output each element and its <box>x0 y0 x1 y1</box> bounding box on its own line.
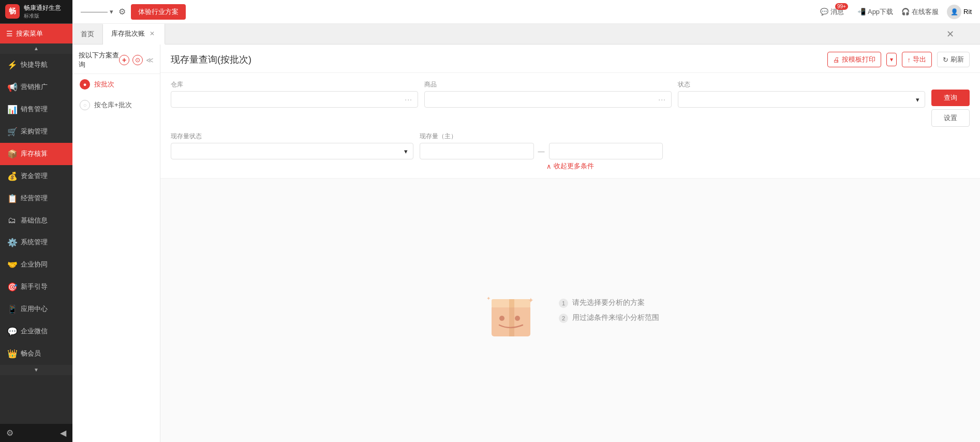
quick-nav-icon: ⚡ <box>7 60 17 70</box>
user-menu[interactable]: 👤 Rit <box>947 5 972 19</box>
plan-item-by-warehouse-batch[interactable]: ○ 按仓库+批次 <box>72 95 160 115</box>
plan-inactive-icon: ○ <box>80 100 90 110</box>
app-download-button[interactable]: 📲 App下载 <box>857 7 893 17</box>
empty-tip-1: 1 请先选择要分析的方案 <box>559 298 659 308</box>
tab-inventory-batch[interactable]: 库存批次账 ✕ <box>103 24 165 45</box>
plan-settings-button[interactable]: ⊙ <box>132 55 143 65</box>
print-dropdown-button[interactable]: ▾ <box>886 53 897 66</box>
left-panel: 按以下方案查询 + ⊙ ≪ ● 按批次 ○ 按仓库+批次 <box>72 45 160 442</box>
product-label: 商品 <box>424 80 672 89</box>
sidebar-item-system[interactable]: ⚙️ 系统管理 <box>0 231 72 254</box>
sidebar-item-member[interactable]: 👑 畅会员 <box>0 343 72 365</box>
footer-settings-icon[interactable]: ⚙ <box>6 428 13 438</box>
footer-collapse-icon[interactable]: ◀ <box>60 428 66 438</box>
warehouse-dots: ··· <box>405 95 412 104</box>
right-content: 现存量查询(按批次) 🖨 按模板打印 ▾ ↑ 导出 ↻ 刷新 <box>160 45 980 442</box>
sidebar-item-basic[interactable]: 🗂 基础信息 <box>0 210 72 231</box>
add-plan-button[interactable]: + <box>119 55 129 65</box>
trial-button[interactable]: 体验行业方案 <box>131 4 186 20</box>
tab-bar-close-icon[interactable]: ✕ <box>946 28 954 40</box>
main-area: ———— ▾ ⚙ 体验行业方案 💬 消息 99+ 📲 App下载 🎧 在线客服 <box>72 0 980 442</box>
print-button[interactable]: 🖨 按模板打印 <box>827 52 881 67</box>
newbie-icon: 🎯 <box>7 282 17 292</box>
stock-qty-max-input[interactable] <box>549 143 663 159</box>
filter-action-buttons: 查询 设置 <box>931 90 970 127</box>
chevron-down-icon: ▾ <box>916 96 919 104</box>
member-icon: 👑 <box>7 349 17 359</box>
svg-rect-3 <box>509 299 514 307</box>
warehouse-field: 仓库 ··· <box>171 80 418 108</box>
topbar-settings-icon[interactable]: ⚙ <box>118 7 126 17</box>
svg-point-5 <box>515 316 520 321</box>
tab-bar: 首页 库存批次账 ✕ ✕ <box>72 24 980 45</box>
tab-close-icon[interactable]: ✕ <box>148 30 156 38</box>
plan-item-by-batch[interactable]: ● 按批次 <box>72 74 160 95</box>
collapse-panel-icon[interactable]: ≪ <box>146 56 154 64</box>
svg-text:✦: ✦ <box>528 296 534 304</box>
empty-box-svg: ✦ ✦ <box>481 279 543 342</box>
service-icon: 🎧 <box>901 8 910 16</box>
collapse-filters-button[interactable]: ∧ 收起更多条件 <box>171 159 970 171</box>
messages-badge: 99+ <box>835 3 848 10</box>
stock-qty-field: 现存量（主） — <box>420 132 662 159</box>
left-panel-actions: + ⊙ ≪ <box>119 55 154 65</box>
left-panel-header: 按以下方案查询 + ⊙ ≪ <box>72 45 160 74</box>
stock-qty-min-input[interactable] <box>420 143 533 159</box>
sidebar-scroll-down[interactable]: ▼ <box>0 365 72 375</box>
search-menu-button[interactable]: ☰ 搜索菜单 <box>0 24 72 43</box>
sidebar-item-operations[interactable]: 📋 经营管理 <box>0 187 72 210</box>
system-icon: ⚙️ <box>7 238 17 247</box>
chevron-up-icon: ∧ <box>546 163 552 170</box>
inventory-icon: 📦 <box>7 149 17 159</box>
chevron-down-icon: ▾ <box>404 148 408 155</box>
empty-illustration: ✦ ✦ <box>481 279 543 342</box>
sidebar-item-purchase[interactable]: 🛒 采购管理 <box>0 121 72 143</box>
tab-home[interactable]: 首页 <box>72 24 103 44</box>
tip-number-2: 2 <box>559 314 568 323</box>
refresh-icon: ↻ <box>943 56 948 64</box>
app-center-icon: 📱 <box>7 304 17 314</box>
page-title: 现存量查询(按批次) <box>171 53 251 66</box>
page-header-actions: 🖨 按模板打印 ▾ ↑ 导出 ↻ 刷新 <box>827 52 970 67</box>
user-icon: 👤 <box>951 8 958 16</box>
print-icon: 🖨 <box>833 56 840 64</box>
sales-icon: 📊 <box>7 105 17 114</box>
sidebar-item-enterprise-wechat[interactable]: 💬 企业微信 <box>0 320 72 343</box>
export-icon: ↑ <box>908 56 911 64</box>
sidebar-item-finance[interactable]: 💰 资金管理 <box>0 165 72 187</box>
chevron-down-icon: ▾ <box>110 8 113 16</box>
stock-status-select[interactable]: ▾ <box>171 143 413 159</box>
sidebar-item-newbie[interactable]: 🎯 新手引导 <box>0 276 72 298</box>
empty-state: ✦ ✦ 1 请先选择要分析的方案 2 用过滤条件来缩小分析范围 <box>160 179 980 442</box>
topbar-right: 💬 消息 99+ 📲 App下载 🎧 在线客服 👤 Rit <box>820 5 972 19</box>
enterprise-icon: 🤝 <box>7 260 17 270</box>
sidebar: 畅 畅康通好生意 标准版 ☰ 搜索菜单 ▲ ⚡ 快捷导航 📢 营销推广 📊 销售… <box>0 0 72 442</box>
app-logo: 畅 <box>5 4 20 19</box>
product-field: 商品 ··· <box>424 80 672 108</box>
sidebar-item-app-center[interactable]: 📱 应用中心 <box>0 298 72 320</box>
messages-button[interactable]: 💬 消息 99+ <box>820 7 844 17</box>
filter-row-2: 现存量状态 ▾ 现存量（主） — <box>171 132 970 159</box>
product-input[interactable]: ··· <box>424 91 672 108</box>
sidebar-item-inventory[interactable]: 📦 库存核算 <box>0 143 72 165</box>
page-header: 现存量查询(按批次) 🖨 按模板打印 ▾ ↑ 导出 ↻ 刷新 <box>160 45 980 73</box>
warehouse-label: 仓库 <box>171 80 418 89</box>
sidebar-item-sales[interactable]: 📊 销售管理 <box>0 98 72 121</box>
warehouse-input[interactable]: ··· <box>171 91 418 108</box>
refresh-button[interactable]: ↻ 刷新 <box>937 52 970 67</box>
query-button[interactable]: 查询 <box>931 90 970 106</box>
stock-status-field: 现存量状态 ▾ <box>171 132 413 159</box>
sidebar-header: 畅 畅康通好生意 标准版 <box>0 0 72 24</box>
status-select[interactable]: ▾ <box>678 91 925 108</box>
export-button[interactable]: ↑ 导出 <box>902 52 932 67</box>
sidebar-item-enterprise[interactable]: 🤝 企业协同 <box>0 254 72 276</box>
sidebar-item-quick-nav[interactable]: ⚡ 快捷导航 <box>0 54 72 76</box>
topbar-dropdown[interactable]: ———— ▾ <box>81 8 113 16</box>
sidebar-scroll-up[interactable]: ▲ <box>0 43 72 54</box>
finance-icon: 💰 <box>7 171 17 181</box>
online-service-button[interactable]: 🎧 在线客服 <box>901 7 939 17</box>
range-separator: — <box>538 148 545 155</box>
sidebar-item-marketing[interactable]: 📢 营销推广 <box>0 76 72 98</box>
svg-rect-2 <box>509 305 514 336</box>
settings-button[interactable]: 设置 <box>931 109 970 127</box>
